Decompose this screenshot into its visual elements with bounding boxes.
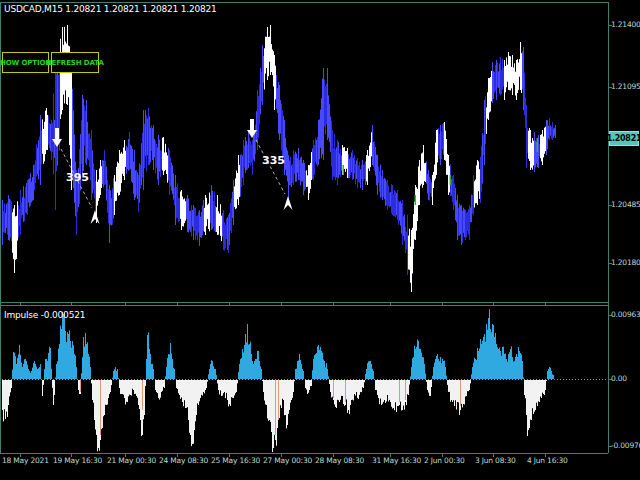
time-axis-label: 25 May 16:30 [211, 456, 260, 465]
show-options-button[interactable]: SHOW OPTIONS [2, 52, 49, 73]
price-axis-label: 1.21400 [611, 20, 640, 29]
time-axis-label: 18 May 2021 [2, 456, 49, 465]
measurement-label: 395 [66, 171, 89, 184]
time-axis-label: 31 May 16:30 [372, 456, 421, 465]
time-axis-label: 21 May 00:30 [107, 456, 156, 465]
up-arrow-icon [284, 196, 293, 210]
indicator-axis-label: 0.00 [611, 374, 627, 383]
mt4-chart-window: USDCAD,M15 1.20821 1.20821 1.20821 1.208… [0, 0, 640, 480]
time-axis-label: 28 May 08:30 [315, 456, 364, 465]
time-axis-label: 4 Jun 16:30 [527, 456, 568, 465]
time-axis-label: 27 May 00:30 [263, 456, 312, 465]
time-axis-label: 19 May 16:30 [53, 456, 102, 465]
time-axis-label: 3 Jun 08:30 [475, 456, 516, 465]
up-arrow-icon [91, 210, 100, 224]
indicator-axis-label: -0.009765 [611, 441, 640, 450]
time-axis-label: 24 May 08:30 [159, 456, 208, 465]
current-price-box: 1.20821 [609, 131, 639, 146]
refresh-data-button[interactable]: REFRESH DATA [51, 52, 99, 73]
measurement-dashed-line [256, 140, 285, 194]
time-axis-label: 2 Jun 00:30 [424, 456, 465, 465]
price-axis-label: 1.20180 [611, 258, 640, 267]
price-axis-label: 1.20485 [611, 200, 640, 209]
indicator-axis-label: 0.009637 [611, 310, 640, 319]
chart-symbol-title: USDCAD,M15 1.20821 1.20821 1.20821 1.208… [4, 4, 217, 14]
indicator-name-label: Impulse -0.000521 [4, 310, 85, 320]
measurement-label: 335 [262, 154, 285, 167]
price-axis-label: 1.21095 [611, 82, 640, 91]
